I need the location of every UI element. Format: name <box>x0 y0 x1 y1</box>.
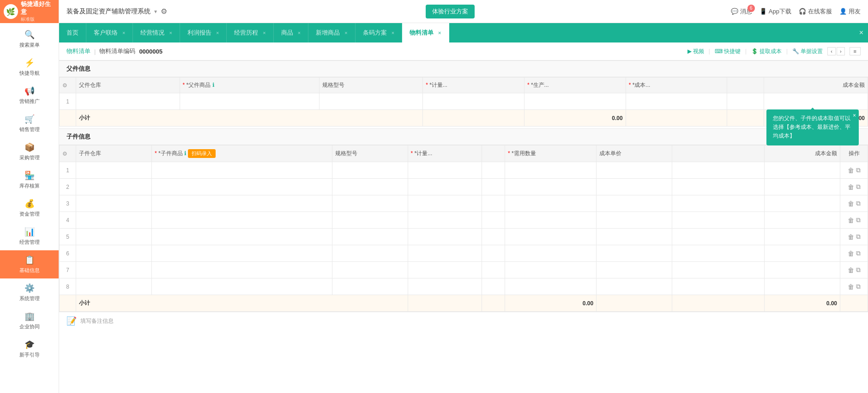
prev-record-btn[interactable]: ‹ <box>827 47 836 55</box>
delete-icon-4[interactable]: 🗑 <box>848 217 854 224</box>
copy-icon-1[interactable]: ⧉ <box>856 166 861 174</box>
child-cell-spec-7[interactable] <box>332 262 408 278</box>
breadcrumb-bom[interactable]: 物料清单 <box>66 47 90 55</box>
child-cell-product-1[interactable] <box>151 162 332 179</box>
tab-customers[interactable]: 客户联络 × <box>86 23 133 42</box>
child-cell-qty-1[interactable] <box>505 162 597 179</box>
child-cell-warehouse-2[interactable] <box>76 179 152 195</box>
dropdown-arrow-icon[interactable]: ▾ <box>154 8 157 15</box>
child-cell-spec-5[interactable] <box>332 229 408 245</box>
parent-product-info-icon[interactable]: ℹ <box>212 82 215 88</box>
view-video-btn[interactable]: ▶ 视频 <box>687 48 704 55</box>
child-cell-warehouse-6[interactable] <box>76 245 152 262</box>
child-cell-spec-6[interactable] <box>332 245 408 262</box>
child-cell-qty-3[interactable] <box>505 195 597 212</box>
tab-operations[interactable]: 经营情况 × <box>133 23 180 42</box>
child-cell-unit-6[interactable] <box>408 245 482 262</box>
tab-new-goods-close[interactable]: × <box>344 30 347 36</box>
child-cell-unit-cost-3[interactable] <box>597 195 672 212</box>
settings-icon[interactable]: ⚙ <box>161 7 170 16</box>
child-cell-qty-6[interactable] <box>505 245 597 262</box>
sidebar-item-operations[interactable]: 📊 经营管理 <box>0 222 59 250</box>
delete-icon-1[interactable]: 🗑 <box>848 167 854 174</box>
sidebar-item-quick-nav[interactable]: ⚡ 快捷导航 <box>0 53 59 81</box>
scan-input-btn[interactable]: 扫码录入 <box>188 149 216 158</box>
list-view-btn[interactable]: ≡ <box>850 47 861 55</box>
sidebar-item-basic-info[interactable]: 📋 基础信息 <box>0 250 59 278</box>
extract-cost-btn[interactable]: 💲 提取成本 <box>751 48 782 55</box>
tooltip-close-btn[interactable]: × <box>853 111 856 120</box>
child-cell-product-2[interactable] <box>151 179 332 195</box>
sidebar-item-marketing[interactable]: 📢 营销推广 <box>0 81 59 109</box>
copy-icon-4[interactable]: ⧉ <box>856 216 861 224</box>
tab-goods[interactable]: 商品 × <box>274 23 308 42</box>
sidebar-item-finance[interactable]: 💰 资金管理 <box>0 194 59 222</box>
copy-icon-3[interactable]: ⧉ <box>856 200 861 207</box>
child-cell-warehouse-8[interactable] <box>76 278 152 295</box>
child-cell-warehouse-4[interactable] <box>76 212 152 229</box>
child-product-info-icon[interactable]: ℹ <box>184 150 187 157</box>
child-cell-unit-cost-5[interactable] <box>597 229 672 245</box>
tab-goods-close[interactable]: × <box>298 30 301 36</box>
app-download-btn[interactable]: 📱 App下载 <box>760 7 791 16</box>
child-cell-product-8[interactable] <box>151 278 332 295</box>
child-cell-qty-2[interactable] <box>505 179 597 195</box>
copy-icon-6[interactable]: ⧉ <box>856 249 861 257</box>
copy-icon-2[interactable]: ⧉ <box>856 183 861 191</box>
parent-cell-production-1[interactable] <box>524 93 626 110</box>
copy-icon-7[interactable]: ⧉ <box>856 266 861 274</box>
child-cell-unit-5[interactable] <box>408 229 482 245</box>
tab-profit-close[interactable]: × <box>216 30 219 36</box>
tab-bom[interactable]: 物料清单 × <box>402 23 449 42</box>
parent-cell-product-1[interactable] <box>180 93 319 110</box>
message-btn[interactable]: 💬 6 消息 <box>731 7 752 16</box>
child-cell-unit-cost-4[interactable] <box>597 212 672 229</box>
parent-cell-cost-1[interactable] <box>626 93 727 110</box>
child-cell-product-6[interactable] <box>151 245 332 262</box>
child-cell-spec-4[interactable] <box>332 212 408 229</box>
child-cell-product-7[interactable] <box>151 262 332 278</box>
child-cell-unit-cost-1[interactable] <box>597 162 672 179</box>
tab-barcode[interactable]: 条码方案 × <box>356 23 402 42</box>
sidebar-item-sales[interactable]: 🛒 销售管理 <box>0 109 59 138</box>
tab-new-goods[interactable]: 新增商品 × <box>308 23 355 42</box>
child-cell-warehouse-7[interactable] <box>76 262 152 278</box>
child-cell-spec-2[interactable] <box>332 179 408 195</box>
delete-icon-5[interactable]: 🗑 <box>848 233 854 241</box>
delete-icon-7[interactable]: 🗑 <box>848 266 854 274</box>
child-cell-unit-7[interactable] <box>408 262 482 278</box>
tab-home[interactable]: 首页 <box>59 23 86 42</box>
copy-icon-5[interactable]: ⧉ <box>856 233 861 241</box>
child-cell-unit-4[interactable] <box>408 212 482 229</box>
online-service-btn[interactable]: 🎧 在线客服 <box>799 7 832 16</box>
table-settings-icon[interactable]: ⚙ <box>62 82 67 89</box>
child-cell-unit-3[interactable] <box>408 195 482 212</box>
child-settings-icon[interactable]: ⚙ <box>62 151 67 157</box>
next-record-btn[interactable]: › <box>837 47 845 55</box>
tab-history[interactable]: 经营历程 × <box>227 23 273 42</box>
tab-operations-close[interactable]: × <box>169 30 172 36</box>
tab-history-close[interactable]: × <box>263 30 265 36</box>
sidebar-item-purchase[interactable]: 📦 采购管理 <box>0 138 59 166</box>
tab-profit[interactable]: 利润报告 × <box>180 23 227 42</box>
child-cell-unit-cost-2[interactable] <box>597 179 672 195</box>
delete-icon-2[interactable]: 🗑 <box>848 183 854 191</box>
child-cell-product-5[interactable] <box>151 229 332 245</box>
delete-icon-8[interactable]: 🗑 <box>848 283 854 290</box>
child-cell-warehouse-3[interactable] <box>76 195 152 212</box>
parent-cell-unit-1[interactable] <box>423 93 524 110</box>
tab-bom-close[interactable]: × <box>438 30 441 36</box>
child-cell-qty-4[interactable] <box>505 212 597 229</box>
user-btn[interactable]: 👤 用友 <box>839 7 861 16</box>
child-cell-unit-cost-6[interactable] <box>597 245 672 262</box>
sidebar-item-guide[interactable]: 🎓 新手引导 <box>0 335 59 363</box>
shortcut-btn[interactable]: ⌨ 快捷键 <box>715 48 741 55</box>
parent-cell-warehouse-1[interactable] <box>76 93 180 110</box>
child-cell-qty-8[interactable] <box>505 278 597 295</box>
child-cell-qty-5[interactable] <box>505 229 597 245</box>
notes-hint[interactable]: 填写备注信息 <box>80 317 114 325</box>
experience-btn[interactable]: 体验行业方案 <box>426 5 475 18</box>
child-cell-qty-7[interactable] <box>505 262 597 278</box>
child-cell-product-3[interactable] <box>151 195 332 212</box>
child-cell-unit-8[interactable] <box>408 278 482 295</box>
